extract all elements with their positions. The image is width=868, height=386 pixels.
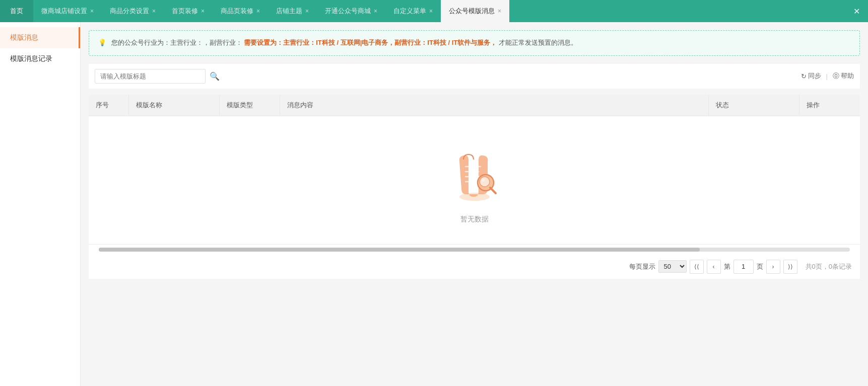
nav-tab-product-decor[interactable]: 商品页装修 ×: [213, 0, 268, 22]
home-decor-label: 首页装修: [172, 7, 198, 16]
product-decor-label: 商品页装修: [221, 7, 253, 16]
last-page-button[interactable]: ⟩⟩: [783, 260, 797, 274]
page-number-input[interactable]: [733, 260, 754, 274]
home-tab-label: 首页: [10, 7, 23, 16]
help-icon: ⓪: [833, 71, 839, 81]
close-open-mall[interactable]: ×: [374, 8, 377, 14]
search-bar: 🔍 ↻ 同步 | ⓪ 帮助: [89, 64, 860, 89]
sync-button[interactable]: ↻ 同步: [801, 71, 821, 81]
table-header: 序号 模版名称 模版类型 消息内容 状态 操作: [89, 95, 860, 116]
close-product-decor[interactable]: ×: [256, 8, 260, 14]
template-msg-label: 公众号模版消息: [449, 7, 495, 16]
banner-prefix: 您的公众号行业为：主营行业：，副营行业：: [111, 39, 242, 46]
nav-tab-open-mall[interactable]: 开通公众号商城 ×: [317, 0, 385, 22]
svg-point-8: [482, 179, 485, 182]
col-content: 消息内容: [280, 95, 709, 116]
search-input[interactable]: [95, 69, 206, 84]
close-product-category[interactable]: ×: [152, 8, 156, 14]
divider: |: [826, 72, 828, 80]
col-action: 操作: [799, 95, 860, 116]
data-table: 序号 模版名称 模版类型 消息内容 状态 操作: [89, 95, 860, 255]
first-page-button[interactable]: ⟨⟨: [690, 260, 704, 274]
page-prefix-label: 第: [724, 262, 730, 271]
sidebar-label-template-message: 模版消息: [10, 33, 38, 41]
search-left: 🔍: [95, 69, 220, 84]
nav-tab-product-category[interactable]: 商品分类设置 ×: [102, 0, 164, 22]
prev-page-button[interactable]: ‹: [707, 260, 721, 274]
total-info: 共0页，0条记录: [806, 262, 852, 271]
search-right: ↻ 同步 | ⓪ 帮助: [801, 71, 854, 81]
pagination: 每页显示 50 10 20 100 ⟨⟨ ‹ 第 页 › ⟩⟩ 共0页，0条记录: [89, 255, 860, 279]
page-size-select[interactable]: 50 10 20 100: [658, 260, 687, 273]
svg-line-7: [490, 188, 496, 193]
sidebar-item-template-message[interactable]: 模版消息: [0, 27, 80, 48]
empty-state: 暂无数据: [89, 116, 860, 244]
sync-label: 同步: [808, 71, 821, 81]
nav-tab-custom-menu[interactable]: 自定义菜单 ×: [385, 0, 441, 22]
scrollbar-row: [89, 244, 860, 255]
weshop-settings-label: 微商城店铺设置: [41, 7, 87, 16]
shop-theme-label: 店铺主题: [276, 7, 302, 16]
col-index: 序号: [89, 95, 129, 116]
banner-highlight: 需要设置为：主营行业：IT科技 / 互联网|电子商务，副营行业：IT科技 / I…: [244, 39, 497, 46]
help-button[interactable]: ⓪ 帮助: [833, 71, 854, 81]
svg-point-6: [480, 177, 490, 187]
close-home-decor[interactable]: ×: [201, 8, 205, 14]
col-status: 状态: [709, 95, 799, 116]
main-layout: 模版消息 模版消息记录 💡 您的公众号行业为：主营行业：，副营行业： 需要设置为…: [0, 22, 868, 386]
nav-tab-home[interactable]: 首页: [0, 0, 33, 22]
global-close-button[interactable]: ✕: [845, 7, 868, 16]
close-custom-menu[interactable]: ×: [429, 8, 433, 14]
search-icon[interactable]: 🔍: [210, 71, 220, 81]
nav-tab-weshop-settings[interactable]: 微商城店铺设置 ×: [33, 0, 102, 22]
nav-tab-template-msg[interactable]: 公众号模版消息 ×: [441, 0, 509, 22]
empty-text: 暂无数据: [460, 215, 489, 224]
top-nav: 首页 微商城店铺设置 × 商品分类设置 × 首页装修 × 商品页装修 × 店铺主…: [0, 0, 868, 22]
page-unit-label: 页: [757, 262, 763, 271]
open-mall-label: 开通公众号商城: [325, 7, 371, 16]
info-banner: 💡 您的公众号行业为：主营行业：，副营行业： 需要设置为：主营行业：IT科技 /…: [89, 30, 860, 56]
nav-tab-shop-theme[interactable]: 店铺主题 ×: [268, 0, 317, 22]
nav-tab-home-decor[interactable]: 首页装修 ×: [164, 0, 213, 22]
page-size-label: 每页显示: [629, 262, 655, 271]
close-weshop-settings[interactable]: ×: [90, 8, 94, 14]
col-name: 模版名称: [129, 95, 220, 116]
col-type: 模版类型: [220, 95, 280, 116]
sync-icon: ↻: [801, 72, 807, 80]
help-label: 帮助: [841, 71, 854, 81]
sidebar: 模版消息 模版消息记录: [0, 22, 81, 386]
product-category-label: 商品分类设置: [110, 7, 149, 16]
close-template-msg[interactable]: ×: [498, 8, 501, 14]
next-page-button[interactable]: ›: [766, 260, 780, 274]
svg-point-0: [459, 193, 490, 201]
scrollbar-thumb[interactable]: [99, 248, 700, 252]
empty-illustration: [444, 146, 505, 207]
scrollbar-track[interactable]: [99, 248, 850, 252]
banner-suffix: 才能正常发送预置的消息。: [499, 39, 577, 46]
content-area: 💡 您的公众号行业为：主营行业：，副营行业： 需要设置为：主营行业：IT科技 /…: [81, 22, 868, 386]
sidebar-label-template-record: 模版消息记录: [10, 54, 52, 62]
bulb-icon: 💡: [98, 39, 106, 46]
custom-menu-label: 自定义菜单: [393, 7, 426, 16]
sidebar-item-template-record[interactable]: 模版消息记录: [0, 48, 80, 69]
close-shop-theme[interactable]: ×: [305, 8, 309, 14]
